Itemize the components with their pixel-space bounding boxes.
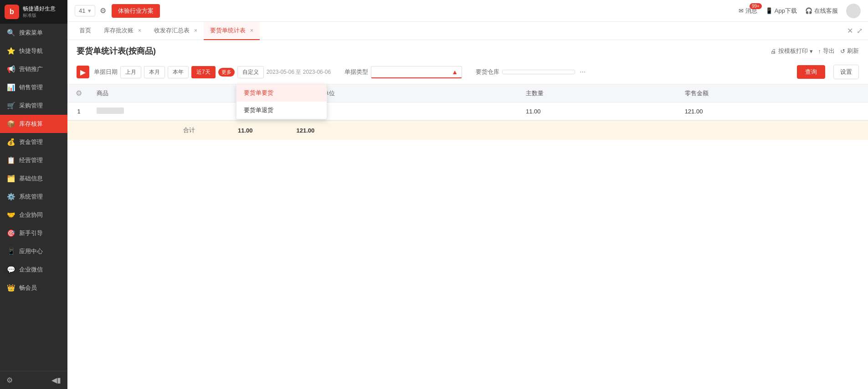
dropdown-item-1[interactable]: 要货单退货 xyxy=(236,102,327,119)
date-btn-custom[interactable]: 自定义 xyxy=(237,66,264,78)
data-table: ⚙ 商品 主计量单位 主数量 零售金额 1 块 xyxy=(67,84,868,120)
filter-bar: ▶ 单据日期 上月 本月 本年 近7天 更多 自定义 2023-05-06 至 … xyxy=(67,60,868,84)
page-header-actions: 🖨 按模板打印 ▾ ↑ 导出 ↺ 刷新 xyxy=(770,47,859,55)
date-btn-this-year[interactable]: 本年 xyxy=(168,66,189,78)
sidebar-item-marketing[interactable]: 📢 营销推广 xyxy=(0,60,67,78)
product-placeholder xyxy=(97,107,124,114)
search-icon: 🔍 xyxy=(6,28,15,37)
filter-expand-button[interactable]: ▶ xyxy=(77,66,89,78)
date-btn-7days[interactable]: 近7天 xyxy=(191,66,216,78)
sidebar-item-guide[interactable]: 🎯 新手引导 xyxy=(0,224,67,242)
folder-icon: 🗂️ xyxy=(6,174,15,183)
refresh-button[interactable]: ↺ 刷新 xyxy=(840,47,859,55)
total-label: 合计 xyxy=(183,126,195,134)
sidebar-item-finance[interactable]: 💰 资金管理 xyxy=(0,133,67,151)
warehouse-more-icon[interactable]: ··· xyxy=(580,68,586,76)
sidebar-footer: ⚙ ◀▮ xyxy=(0,371,67,389)
tab-demand-close-icon[interactable]: × xyxy=(250,27,253,34)
type-select-input[interactable] xyxy=(375,68,452,75)
support-action[interactable]: 🎧 在线客服 xyxy=(805,7,838,15)
total-row: 合计 11.00 121.00 xyxy=(67,120,868,140)
sidebar-item-member[interactable]: 👑 畅会员 xyxy=(0,279,67,297)
type-select[interactable]: ▲ xyxy=(371,66,462,78)
tab-batch-account[interactable]: 库存批次账 × xyxy=(98,22,148,40)
refresh-icon: ↺ xyxy=(840,48,845,55)
star-icon: ⭐ xyxy=(6,46,15,56)
warehouse-input[interactable] xyxy=(502,70,575,74)
sidebar-item-wechat[interactable]: 💬 企业微信 xyxy=(0,261,67,279)
tab-home[interactable]: 首页 xyxy=(73,22,98,40)
app-name: 畅捷通好生意 xyxy=(23,5,56,13)
print-button[interactable]: 🖨 按模板打印 ▾ xyxy=(770,47,813,55)
page-body: 要货单统计表(按商品) 🖨 按模板打印 ▾ ↑ 导出 ↺ 刷新 ▶ xyxy=(67,40,868,389)
topbar-right: ✉ 消息 99+ 📱 App下载 🎧 在线客服 xyxy=(739,4,861,18)
sidebar-item-apps[interactable]: 📱 应用中心 xyxy=(0,242,67,261)
date-range-text: 2023-05-06 至 2023-06-06 xyxy=(267,68,331,76)
tab-maximize-icon[interactable]: ⤢ xyxy=(857,26,863,35)
sidebar-item-purchase[interactable]: 🛒 采购管理 xyxy=(0,97,67,115)
main-content: 41 ▾ ⚙ 体验行业方案 ✉ 消息 99+ 📱 App下载 🎧 在线客服 xyxy=(67,0,868,389)
store-chevron-icon: ▾ xyxy=(88,7,91,14)
sidebar-item-system-label: 系统管理 xyxy=(19,193,43,201)
tab-recv-summary[interactable]: 收发存汇总表 × xyxy=(148,22,204,40)
date-btn-last-month[interactable]: 上月 xyxy=(120,66,141,78)
warehouse-filter-label: 要货仓库 xyxy=(476,68,499,76)
sidebar-item-operation[interactable]: 📋 经营管理 xyxy=(0,151,67,169)
column-settings-icon[interactable]: ⚙ xyxy=(76,89,82,97)
sidebar-item-collab-label: 企业协同 xyxy=(19,211,43,219)
sidebar: b 畅捷通好生意 标准版 🔍 搜索菜单 ⭐ 快捷导航 📢 营销推广 📊 销售管理… xyxy=(0,0,67,389)
col-unit: 主计量单位 xyxy=(299,84,519,102)
sidebar-item-sales-label: 销售管理 xyxy=(19,83,43,92)
sidebar-item-basic[interactable]: 🗂️ 基础信息 xyxy=(0,169,67,188)
sidebar-item-purchase-label: 采购管理 xyxy=(19,102,43,110)
sidebar-item-member-label: 畅会员 xyxy=(19,284,37,292)
export-icon: ↑ xyxy=(818,48,822,55)
date-filter-label: 单据日期 xyxy=(94,68,118,76)
page-title: 要货单统计表(按商品) xyxy=(77,46,156,56)
store-name: 41 xyxy=(79,7,85,14)
sidebar-item-collab[interactable]: 🤝 企业协同 xyxy=(0,206,67,224)
row-unit: 块 xyxy=(299,102,519,120)
industry-button[interactable]: 体验行业方案 xyxy=(112,4,160,18)
messages-action[interactable]: ✉ 消息 99+ xyxy=(739,7,757,15)
tab-demand-stat[interactable]: 要货单统计表 × xyxy=(204,22,260,40)
tab-batch-label: 库存批次账 xyxy=(104,26,134,35)
topbar-settings-icon[interactable]: ⚙ xyxy=(100,6,106,15)
print-label: 按模板打印 xyxy=(778,47,808,55)
user-avatar[interactable] xyxy=(846,4,861,18)
type-dropdown: 要货单要货 要货单退货 xyxy=(236,84,327,119)
tab-recv-close-icon[interactable]: × xyxy=(194,27,197,34)
sidebar-item-system[interactable]: ⚙️ 系统管理 xyxy=(0,188,67,206)
money-icon: 💰 xyxy=(6,138,15,147)
date-btn-this-month[interactable]: 本月 xyxy=(144,66,165,78)
export-button[interactable]: ↑ 导出 xyxy=(818,47,835,55)
table-header-row: ⚙ 商品 主计量单位 主数量 零售金额 xyxy=(67,84,868,102)
sidebar-item-sales[interactable]: 📊 销售管理 xyxy=(0,78,67,97)
sidebar-item-inventory[interactable]: 📦 库存核算 xyxy=(0,115,67,133)
topbar-left: 41 ▾ ⚙ 体验行业方案 xyxy=(75,4,739,18)
message-icon: ✉ xyxy=(739,7,744,14)
filter-settings-button[interactable]: 设置 xyxy=(833,65,859,79)
store-selector[interactable]: 41 ▾ xyxy=(75,5,95,16)
table-row: 1 块 11.00 121.00 xyxy=(67,102,868,120)
clipboard-icon: 📋 xyxy=(6,156,15,165)
collapse-icon[interactable]: ◀▮ xyxy=(51,376,61,384)
sidebar-nav: 🔍 搜索菜单 ⭐ 快捷导航 📢 营销推广 📊 销售管理 🛒 采购管理 📦 库存核… xyxy=(0,24,67,371)
settings-footer-icon[interactable]: ⚙ xyxy=(6,376,13,384)
sidebar-item-search[interactable]: 🔍 搜索菜单 xyxy=(0,24,67,42)
tab-close-all-icon[interactable]: ✕ xyxy=(847,26,853,35)
app-sub: 标准版 xyxy=(23,12,56,19)
app-download-action[interactable]: 📱 App下载 xyxy=(765,7,797,15)
support-label: 在线客服 xyxy=(814,7,838,15)
tab-batch-close-icon[interactable]: × xyxy=(138,27,141,34)
logo-icon: b xyxy=(5,5,19,19)
refresh-label: 刷新 xyxy=(847,47,859,55)
sidebar-item-shortcut[interactable]: ⭐ 快捷导航 xyxy=(0,42,67,60)
page-header: 要货单统计表(按商品) 🖨 按模板打印 ▾ ↑ 导出 ↺ 刷新 xyxy=(67,40,868,60)
query-button[interactable]: 查询 xyxy=(797,65,825,79)
col-settings: ⚙ xyxy=(67,84,90,102)
megaphone-icon: 📢 xyxy=(6,65,15,74)
sidebar-item-shortcut-label: 快捷导航 xyxy=(19,47,43,55)
dropdown-item-0[interactable]: 要货单要货 xyxy=(236,84,327,102)
more-dates-badge[interactable]: 更多 xyxy=(218,68,235,77)
